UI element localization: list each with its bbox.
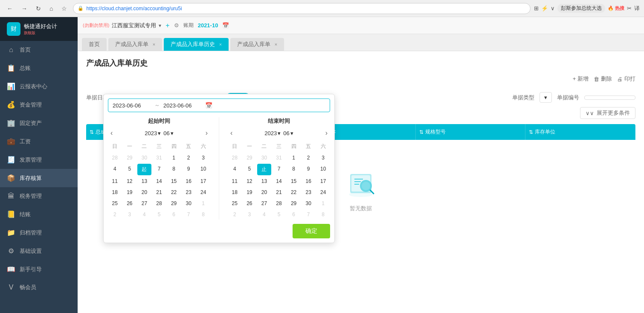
end-day-10[interactable]: 10 (316, 164, 330, 175)
start-day-4b[interactable]: 4 (137, 209, 151, 220)
end-day-2b[interactable]: 2 (228, 209, 242, 220)
expand-more-button[interactable]: ∨∨ 展开更多条件 (580, 107, 635, 119)
end-day-18[interactable]: 18 (228, 187, 242, 197)
star-button[interactable]: ☆ (59, 3, 70, 14)
start-day-7b[interactable]: 7 (182, 209, 196, 220)
end-day-31a[interactable]: 31 (272, 153, 286, 163)
start-day-5b[interactable]: 5 (152, 209, 166, 220)
sidebar-item-report-center[interactable]: 📊 云报表中心 (0, 77, 78, 96)
start-day-3b[interactable]: 3 (123, 209, 137, 220)
end-day-23[interactable]: 23 (302, 187, 316, 197)
start-day-5[interactable]: 5 (123, 164, 137, 175)
print-button[interactable]: 🖨 印打 (617, 75, 635, 83)
tab-home[interactable]: 首页 (82, 38, 107, 51)
add-button[interactable]: + 新增 (573, 75, 589, 83)
start-day-30[interactable]: 30 (182, 198, 196, 209)
tab-product-inbound-2[interactable]: 产成品入库单 × (230, 38, 284, 51)
address-bar[interactable]: 🔒 https://cloud.chanjet.com/accounting/u… (73, 3, 530, 14)
forward-button[interactable]: → (19, 3, 30, 14)
end-day-7b[interactable]: 7 (302, 209, 316, 220)
start-day-24[interactable]: 24 (196, 187, 210, 197)
start-day-11[interactable]: 11 (108, 176, 122, 186)
end-day-20[interactable]: 20 (257, 187, 271, 197)
delete-button[interactable]: 🗑 删除 (594, 75, 612, 83)
end-day-30[interactable]: 30 (302, 198, 316, 209)
calendar-picker-icon[interactable]: 📅 (205, 102, 212, 109)
end-day-19[interactable]: 19 (243, 187, 257, 197)
start-day-13[interactable]: 13 (137, 176, 151, 186)
end-day-6b[interactable]: 6 (287, 209, 301, 220)
back-button[interactable]: ← (4, 3, 15, 14)
start-day-10[interactable]: 10 (196, 164, 210, 175)
start-day-8b[interactable]: 8 (196, 209, 210, 220)
sidebar-item-member[interactable]: V 畅会员 (0, 278, 78, 296)
sidebar-item-payroll[interactable]: 💼 工资 (0, 132, 78, 151)
start-day-19[interactable]: 19 (123, 187, 137, 197)
sidebar-item-tax[interactable]: 🏛 税务管理 (0, 187, 78, 205)
start-year-button[interactable]: 2023 ▾ (145, 130, 161, 136)
end-day-4b[interactable]: 4 (257, 209, 271, 220)
start-day-17[interactable]: 17 (196, 176, 210, 186)
sidebar-item-fixed-assets[interactable]: 🏢 固定资产 (0, 114, 78, 132)
end-day-8[interactable]: 8 (287, 164, 301, 175)
start-day-7[interactable]: 7 (152, 164, 166, 175)
end-day-12[interactable]: 12 (243, 176, 257, 186)
start-day-6b[interactable]: 6 (167, 209, 181, 220)
start-day-25[interactable]: 25 (108, 198, 122, 209)
end-day-7[interactable]: 7 (272, 164, 286, 175)
start-date-input[interactable] (113, 102, 151, 109)
end-month-button[interactable]: 06 ▾ (283, 130, 293, 136)
start-day-2[interactable]: 2 (182, 153, 196, 163)
start-day-20[interactable]: 20 (137, 187, 151, 197)
home-button[interactable]: ⌂ (47, 3, 55, 14)
doc-type-select[interactable]: ▾ (540, 92, 552, 103)
sidebar-item-fund-management[interactable]: 💰 资金管理 (0, 96, 78, 114)
end-day-24[interactable]: 24 (316, 187, 330, 197)
start-day-1b[interactable]: 1 (196, 198, 210, 209)
start-day-29a[interactable]: 29 (123, 153, 137, 163)
end-day-3[interactable]: 3 (316, 153, 330, 163)
end-day-5b[interactable]: 5 (272, 209, 286, 220)
end-day-17[interactable]: 17 (316, 176, 330, 186)
end-day-4[interactable]: 4 (228, 164, 242, 175)
end-day-14[interactable]: 14 (272, 176, 286, 186)
sidebar-item-general-ledger[interactable]: 📋 总账 (0, 59, 78, 77)
end-day-28a[interactable]: 28 (228, 153, 242, 163)
end-date-input[interactable] (163, 102, 202, 109)
start-day-12[interactable]: 12 (123, 176, 137, 186)
end-day-27[interactable]: 27 (257, 198, 271, 209)
tab-product-inbound[interactable]: 产成品入库单 × (108, 38, 162, 51)
start-day-26[interactable]: 26 (123, 198, 137, 209)
end-day-30a[interactable]: 30 (257, 153, 271, 163)
end-day-29b[interactable]: 29 (287, 198, 301, 209)
start-day-21[interactable]: 21 (152, 187, 166, 197)
sidebar-item-closing[interactable]: 📒 结账 (0, 205, 78, 223)
tab-product-inbound-2-close[interactable]: × (275, 42, 277, 47)
start-next-button[interactable]: › (203, 128, 210, 138)
refresh-button[interactable]: ↻ (33, 3, 44, 14)
start-day-31a[interactable]: 31 (152, 153, 166, 163)
sidebar-item-home[interactable]: ⌂ 首页 (0, 41, 78, 59)
start-day-27[interactable]: 27 (137, 198, 151, 209)
end-day-26[interactable]: 26 (243, 198, 257, 209)
start-prev-button[interactable]: ‹ (108, 128, 115, 138)
th-spec[interactable]: ⇅ 规格型号 (416, 124, 526, 140)
sidebar-item-inventory[interactable]: 📦 库存核算 (0, 169, 78, 187)
start-day-4[interactable]: 4 (108, 164, 122, 175)
end-day-13[interactable]: 13 (257, 176, 271, 186)
tab-product-inbound-close[interactable]: × (153, 42, 155, 47)
confirm-button[interactable]: 确定 (293, 224, 330, 238)
end-day-2[interactable]: 2 (302, 153, 316, 163)
end-day-15[interactable]: 15 (287, 176, 301, 186)
start-day-2b[interactable]: 2 (108, 209, 122, 220)
doc-no-input[interactable] (584, 96, 635, 100)
sidebar-item-archive[interactable]: 📁 归档管理 (0, 223, 78, 242)
start-day-8[interactable]: 8 (167, 164, 181, 175)
end-prev-button[interactable]: ‹ (228, 128, 235, 138)
end-day-11[interactable]: 11 (228, 176, 242, 186)
end-day-21[interactable]: 21 (272, 187, 286, 197)
tab-product-inbound-history[interactable]: 产成品入库单历史 × (164, 38, 229, 51)
start-day-28b[interactable]: 28 (152, 198, 166, 209)
add-company-icon[interactable]: + (165, 22, 169, 29)
start-day-3[interactable]: 3 (196, 153, 210, 163)
